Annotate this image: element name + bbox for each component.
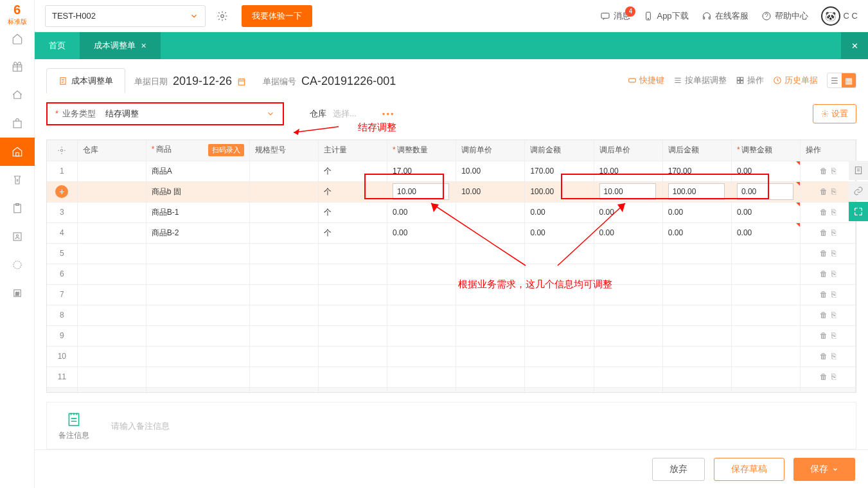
svg-point-10 xyxy=(221,14,224,17)
row-copy-icon[interactable]: ⎘ xyxy=(831,331,836,340)
dock-link-icon[interactable] xyxy=(849,181,868,201)
more-filters-icon[interactable]: ••• xyxy=(382,109,395,119)
footer-amount-before: 270.00 xyxy=(525,387,594,393)
row-delete-icon[interactable]: 🗑 xyxy=(820,290,828,299)
notes-section: 备注信息 xyxy=(46,402,856,449)
side-new-icon[interactable]: 新 xyxy=(0,279,35,307)
hotkey-button[interactable]: 快捷键 xyxy=(628,75,664,86)
row-copy-icon[interactable]: ⎘ xyxy=(831,249,836,258)
scan-button[interactable]: 扫码录入 xyxy=(208,144,244,156)
app-download-button[interactable]: App下载 xyxy=(643,10,688,22)
row-delete-icon[interactable]: 🗑 xyxy=(820,187,828,196)
th-warehouse: 仓库 xyxy=(77,140,146,161)
help-button[interactable]: 帮助中心 xyxy=(761,10,808,22)
side-money-icon[interactable] xyxy=(0,166,35,194)
row-copy-icon[interactable]: ⎘ xyxy=(831,290,836,299)
row-copy-icon[interactable]: ⎘ xyxy=(831,187,836,196)
table-row[interactable]: 6🗑⎘ xyxy=(47,264,856,284)
table-row[interactable]: 3商品B-1个0.000.000.000.000.00🗑⎘ xyxy=(47,202,856,222)
annotation-text-1: 结存调整 xyxy=(358,122,396,134)
save-draft-button[interactable]: 保存草稿 xyxy=(714,458,784,481)
amount-after-input[interactable]: 100.00 xyxy=(668,183,725,200)
row-copy-icon[interactable]: ⎘ xyxy=(831,311,836,320)
add-row-icon[interactable]: + xyxy=(55,185,68,198)
service-button[interactable]: 在线客服 xyxy=(702,10,748,22)
row-copy-icon[interactable]: ⎘ xyxy=(831,269,836,278)
row-delete-icon[interactable]: 🗑 xyxy=(820,228,828,237)
row-delete-icon[interactable]: 🗑 xyxy=(820,208,828,217)
adj-input[interactable]: 0.00 xyxy=(737,183,793,200)
history-button[interactable]: 历史单据 xyxy=(773,75,818,86)
svg-rect-16 xyxy=(238,78,244,84)
table-row[interactable]: 9🗑⎘ xyxy=(47,325,856,346)
side-refresh-icon[interactable] xyxy=(0,251,35,279)
row-delete-icon[interactable]: 🗑 xyxy=(820,269,828,278)
data-table: 仓库 *商品扫码录入 规格型号 主计量 *调整数量 调前单价 调前金额 调后单价… xyxy=(47,140,856,393)
row-delete-icon[interactable]: 🗑 xyxy=(820,372,828,381)
row-copy-icon[interactable]: ⎘ xyxy=(831,372,836,381)
row-copy-icon[interactable]: ⎘ xyxy=(831,352,836,361)
table-row[interactable]: 1商品A个17.0010.00170.0010.00170.000.00🗑⎘ xyxy=(47,161,856,181)
user-menu[interactable]: 🐼 C C xyxy=(821,6,858,26)
tab-cost-adjust[interactable]: 成本调整单 ✕ xyxy=(80,32,161,59)
date-value[interactable]: 2019-12-26 xyxy=(173,75,232,88)
save-button[interactable]: 保存 xyxy=(793,458,855,481)
history-icon xyxy=(773,76,782,85)
view-toggle: ☰ ▦ xyxy=(827,73,856,88)
row-delete-icon[interactable]: 🗑 xyxy=(820,352,828,361)
tab-home[interactable]: 首页 xyxy=(35,32,80,59)
calendar-icon[interactable] xyxy=(237,77,246,86)
table-row[interactable]: +商品b 固个10.0010.00100.0010.00100.000.00🗑⎘ xyxy=(47,181,856,202)
discard-button[interactable]: 放弃 xyxy=(652,458,705,481)
svg-point-13 xyxy=(648,18,649,19)
side-bag-icon[interactable] xyxy=(0,109,35,138)
side-house-icon[interactable] xyxy=(0,81,35,109)
side-gift-icon[interactable] xyxy=(0,53,35,81)
view-grid-icon[interactable]: ▦ xyxy=(842,73,856,87)
row-delete-icon[interactable]: 🗑 xyxy=(820,167,828,176)
ops-button[interactable]: 操作 xyxy=(736,75,764,86)
row-delete-icon[interactable]: 🗑 xyxy=(820,249,828,258)
row-copy-icon[interactable]: ⎘ xyxy=(831,208,836,217)
price-after-input[interactable]: 10.00 xyxy=(599,183,656,200)
svg-text:新: 新 xyxy=(15,291,19,296)
side-clipboard-icon[interactable] xyxy=(0,194,35,222)
trial-button[interactable]: 我要体验一下 xyxy=(242,5,312,27)
business-type-select[interactable]: * 业务类型 结存调整 xyxy=(46,102,284,125)
left-sidebar: 6 标准版 新 xyxy=(0,0,35,488)
tabs-close-all-icon[interactable]: ✕ xyxy=(841,32,868,59)
topbar-gear-icon[interactable] xyxy=(215,8,230,24)
warehouse-select[interactable]: 仓库 选择... xyxy=(310,108,357,120)
table-row[interactable]: 8🗑⎘ xyxy=(47,305,856,325)
by-bill-button[interactable]: 按单据调整 xyxy=(673,75,727,86)
table-row[interactable]: 7🗑⎘ xyxy=(47,284,856,305)
tab-close-icon[interactable]: ✕ xyxy=(141,42,146,50)
side-warehouse-icon[interactable] xyxy=(0,138,35,166)
table-row[interactable]: 11🗑⎘ xyxy=(47,366,856,387)
org-select[interactable]: TEST-H002 xyxy=(45,5,206,27)
qty-input[interactable]: 10.00 xyxy=(393,183,449,200)
th-gear[interactable] xyxy=(47,140,77,161)
dock-note-icon[interactable] xyxy=(849,161,868,180)
row-copy-icon[interactable]: ⎘ xyxy=(831,167,836,176)
table-row[interactable]: 5🗑⎘ xyxy=(47,243,856,264)
form-tab[interactable]: 成本调整单 xyxy=(46,68,125,93)
view-list-icon[interactable]: ☰ xyxy=(828,73,842,87)
side-user-icon[interactable] xyxy=(0,222,35,251)
dock-expand-icon[interactable] xyxy=(849,202,868,221)
table-row[interactable]: 10🗑⎘ xyxy=(47,346,856,366)
row-delete-icon[interactable]: 🗑 xyxy=(820,311,828,320)
message-icon xyxy=(600,11,610,21)
settings-button[interactable]: 设置 xyxy=(813,104,856,123)
notes-input[interactable] xyxy=(111,421,846,431)
message-button[interactable]: 消息 4 xyxy=(600,10,630,22)
th-price-before: 调前单价 xyxy=(456,140,525,161)
document-icon xyxy=(58,77,67,86)
svg-rect-26 xyxy=(855,167,861,174)
side-home-icon[interactable] xyxy=(0,24,35,53)
svg-rect-2 xyxy=(15,153,19,156)
row-copy-icon[interactable]: ⎘ xyxy=(831,228,836,237)
footer-label: 小计 xyxy=(47,387,77,393)
row-delete-icon[interactable]: 🗑 xyxy=(820,331,828,340)
table-row[interactable]: 4商品B-2个0.000.000.000.000.00🗑⎘ xyxy=(47,222,856,243)
